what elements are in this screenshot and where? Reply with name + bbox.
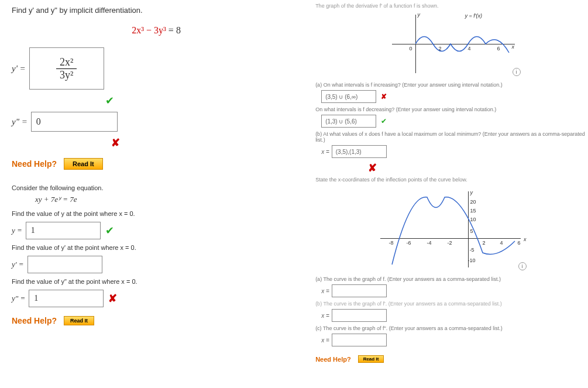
qc-c-input[interactable] xyxy=(332,334,387,346)
q2-ypp-input[interactable]: 1 xyxy=(29,290,104,307)
question-2: Consider the following equation. xy + 7e… xyxy=(12,184,301,325)
qc-a-input[interactable] xyxy=(332,284,387,297)
yprime-label: y' = xyxy=(12,64,26,74)
need-help-row-r: Need Help? Read It xyxy=(315,355,585,363)
q2-ypp-row: y" = 1 ✘ xyxy=(12,290,301,307)
ydbl-label: y" = xyxy=(12,117,27,127)
qb-text: (b) At what values of x does f have a lo… xyxy=(315,131,585,143)
cross-icon: ✘ xyxy=(368,162,585,174)
cross-icon: ✘ xyxy=(108,292,117,305)
check-icon: ✔ xyxy=(381,117,387,125)
q2-line3: Find the value of y' at the point where … xyxy=(12,244,301,251)
r-header: The graph of the derivative f' of a func… xyxy=(315,3,585,9)
yprime-input[interactable]: 2x² 3y² xyxy=(29,47,104,90)
q2-y-row: y = 1 ✔ xyxy=(12,222,301,239)
q2-yp-input[interactable] xyxy=(27,256,102,273)
need-help-row: Need Help? Read It xyxy=(12,158,301,170)
need-help-row-2: Need Help? Read It xyxy=(12,316,301,325)
q2-y-input[interactable]: 1 xyxy=(26,222,101,239)
qc-b: (b) The curve is the graph of f'. (Enter… xyxy=(315,301,585,307)
read-it-button[interactable]: Read It xyxy=(64,316,94,325)
read-it-button[interactable]: Read It xyxy=(358,355,384,363)
check-icon: ✔ xyxy=(105,94,301,107)
q1-ydbl-row: y" = 0 xyxy=(12,112,301,132)
qc-c: (c) The curve is the graph of f". (Enter… xyxy=(315,325,585,331)
q2-eq: xy + 7eʸ = 7e xyxy=(35,195,301,204)
need-help-label: Need Help? xyxy=(12,159,57,169)
q1-equation: 2x³ − 3y³ = 8 xyxy=(12,25,301,36)
graph-1: y = f'(x) 0 2 4 6 x y i xyxy=(380,12,521,76)
double-hump-curve xyxy=(374,188,527,270)
qc-b-input[interactable] xyxy=(332,309,387,322)
cross-icon: ✘ xyxy=(381,92,387,101)
graph-2: 20 15 10 5 -8 -6 -4 -2 2 4 6 -5 -10 y x … xyxy=(374,188,527,270)
ydbl-input[interactable]: 0 xyxy=(31,112,118,132)
q1-prompt: Find y' and y" by implicit differentiati… xyxy=(12,6,301,15)
cross-icon: ✘ xyxy=(111,136,301,149)
qa-input[interactable]: (3,5) ∪ (6,∞) xyxy=(321,90,376,103)
question-1: Find y' and y" by implicit differentiati… xyxy=(12,6,301,170)
qb-input[interactable]: (3,5),(1,3) xyxy=(332,145,387,158)
need-help-label: Need Help? xyxy=(12,316,57,325)
check-icon: ✔ xyxy=(105,224,114,237)
q2-yp-row: y' = xyxy=(12,256,301,273)
qc-a: (a) The curve is the graph of f. (Enter … xyxy=(315,276,585,282)
info-icon[interactable]: i xyxy=(513,68,521,76)
inflect-text: State the x-coordinates of the inflectio… xyxy=(315,177,585,183)
q2-line4: Find the value of y" at the point where … xyxy=(12,278,301,285)
info-icon[interactable]: i xyxy=(518,262,527,270)
qa2-text: On what intervals is f decreasing? (Ente… xyxy=(315,107,585,112)
q2-line2: Find the value of y at the point where x… xyxy=(12,210,301,217)
q1-yprime-row: y' = 2x² 3y² xyxy=(12,47,301,90)
qa2-input[interactable]: (1,3) ∪ (5,6) xyxy=(321,115,376,128)
qa-text: (a) On what intervals is f increasing? (… xyxy=(315,82,585,88)
q2-line1: Consider the following equation. xyxy=(12,184,301,191)
read-it-button[interactable]: Read It xyxy=(64,158,103,170)
